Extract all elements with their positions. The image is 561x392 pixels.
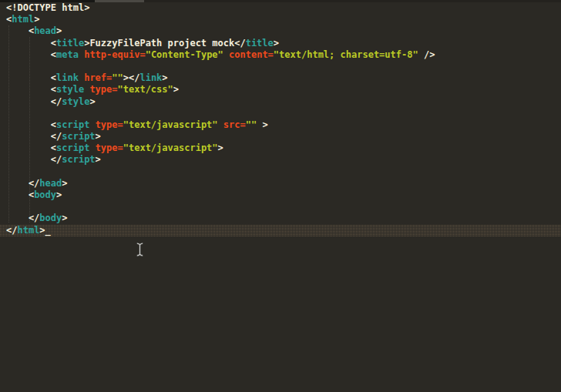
code-token-str: "Content-Type" [146, 49, 223, 60]
code-token-plain: < [6, 189, 34, 200]
code-token-tag: style [62, 96, 89, 107]
code-token-plain: > [62, 213, 67, 223]
code-token-plain: > [62, 178, 67, 189]
code-line[interactable]: </style> [0, 96, 561, 108]
code-token-tag: body [39, 213, 62, 223]
code-token-str: "text/css" [118, 84, 173, 95]
code-line[interactable] [0, 201, 561, 213]
code-token-str: "text/html; charset=utf-8" [274, 49, 418, 60]
code-token-plain: > [274, 38, 279, 49]
code-token-plain [89, 119, 95, 130]
code-token-tag: script [62, 131, 95, 142]
code-token-plain: < [6, 38, 56, 49]
code-line[interactable] [0, 166, 561, 178]
code-token-attr: content= [229, 49, 274, 60]
code-token-attr: type= [89, 84, 117, 95]
code-token-tag: link [139, 72, 162, 83]
code-token-plain: > [96, 154, 101, 165]
code-line[interactable]: <title>FuzzyFilePath project mock</title… [0, 38, 561, 49]
code-token-plain: > [218, 142, 223, 153]
text-caret: _ [45, 225, 51, 236]
code-token-plain: </ [6, 154, 62, 165]
code-token-tag: title [246, 38, 274, 49]
code-token-plain: > [56, 189, 62, 200]
code-line[interactable]: <!DOCTYPE html> [0, 2, 561, 14]
code-token-plain: > [96, 131, 101, 142]
code-token-tag: title [56, 38, 84, 49]
code-token-attr: src= [223, 119, 246, 130]
code-line[interactable]: <head> [0, 25, 561, 37]
code-line[interactable]: <html> [0, 14, 561, 25]
code-token-plain: > [56, 25, 62, 36]
code-token-plain: > [39, 225, 45, 236]
code-token-attr: type= [96, 119, 123, 130]
code-token-tag: script [62, 154, 95, 165]
code-line[interactable]: </script> [0, 131, 561, 142]
i-beam-cursor [136, 242, 144, 257]
code-token-plain: ></ [123, 72, 140, 83]
code-token-plain: </ [6, 213, 39, 223]
code-line[interactable]: <style type="text/css"> [0, 84, 561, 95]
code-token-plain: </ [6, 96, 62, 107]
code-line[interactable]: <meta http-equiv="Content-Type" content=… [0, 49, 561, 61]
code-token-plain: <!DOCTYPE html> [6, 2, 89, 13]
code-line[interactable]: <body> [0, 189, 561, 201]
code-line[interactable]: </body> [0, 213, 561, 224]
code-token-plain: > [173, 84, 179, 95]
code-token-plain [223, 49, 229, 60]
code-token-plain: < [6, 84, 56, 95]
code-line[interactable]: <script type="text/javascript"> [0, 142, 561, 154]
code-token-tag: style [56, 84, 84, 95]
code-line[interactable] [0, 108, 561, 119]
code-token-attr: href= [84, 72, 112, 83]
code-line[interactable]: </head> [0, 178, 561, 189]
code-token-plain: < [6, 142, 56, 153]
code-token-attr: type= [96, 142, 123, 153]
code-token-tag: head [34, 25, 56, 36]
code-token-plain: < [6, 25, 34, 36]
code-token-str: "text/javascript" [123, 119, 218, 130]
code-token-plain [218, 119, 223, 130]
code-token-plain: < [6, 49, 56, 60]
code-line[interactable]: </html>_ [0, 225, 561, 236]
code-token-plain: /> [418, 49, 435, 60]
code-line[interactable] [0, 61, 561, 72]
code-token-plain [89, 142, 95, 153]
code-token-tag: html [17, 225, 39, 236]
code-line[interactable]: <link href=""></link> [0, 72, 561, 84]
code-token-tag: script [56, 142, 89, 153]
code-token-plain: </ [6, 178, 39, 189]
code-token-plain: </ [6, 131, 62, 142]
code-token-tag: script [56, 119, 89, 130]
code-editor[interactable]: <!DOCTYPE html><html> <head> <title>Fuzz… [0, 2, 561, 236]
code-token-plain: < [6, 72, 56, 83]
code-token-str: "" [112, 72, 123, 83]
code-token-plain: > [162, 72, 167, 83]
code-token-plain: > [89, 96, 95, 107]
code-token-plain: < [6, 119, 56, 130]
editor-window: <!DOCTYPE html><html> <head> <title>Fuzz… [0, 0, 561, 392]
code-token-attr: http-equiv= [84, 49, 145, 60]
code-token-str: "text/javascript" [123, 142, 218, 153]
code-line[interactable]: </script> [0, 154, 561, 166]
code-token-plain: </ [6, 225, 17, 236]
code-line[interactable]: <script type="text/javascript" src="" > [0, 119, 561, 131]
code-token-plain: > [257, 119, 267, 130]
code-token-plain: > [34, 14, 39, 25]
code-token-tag: link [56, 72, 79, 83]
code-token-tag: head [39, 178, 62, 189]
code-token-str: "" [246, 119, 257, 130]
code-token-tag: body [34, 189, 56, 200]
code-token-tag: html [12, 14, 34, 25]
code-token-tag: meta [56, 49, 79, 60]
code-token-plain: >FuzzyFilePath project mock</ [84, 38, 246, 49]
